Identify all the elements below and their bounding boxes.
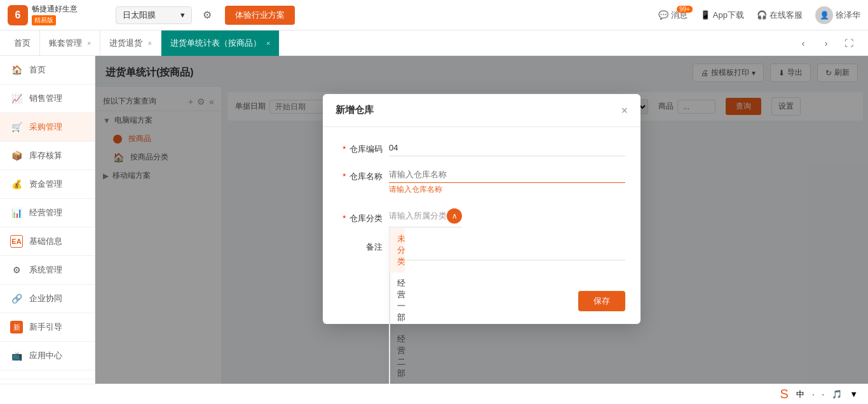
- brand-s-icon: S: [780, 387, 789, 401]
- save-button[interactable]: 保存: [578, 291, 625, 311]
- home-icon: 🏠: [10, 64, 23, 76]
- name-error-container: 请输入仓库名称: [338, 183, 625, 195]
- trial-button[interactable]: 体验行业方案: [225, 6, 295, 25]
- sidebar-item-label-sales: 销售管理: [29, 93, 62, 104]
- app-center-icon: 📺: [10, 349, 23, 362]
- logo-icon: 6: [8, 5, 28, 25]
- main-layout: 🏠 首页 📈 销售管理 🛒 采购管理 📦 库存核算 💰 资金管理 📊 经营管理 …: [0, 56, 868, 404]
- tab-account-management[interactable]: 账套管理 ×: [40, 30, 100, 56]
- sidebar-item-home[interactable]: 🏠 首页: [0, 56, 95, 84]
- dropdown-option-dept2[interactable]: 经营二部: [390, 328, 405, 384]
- form-label-name: 仓库名称: [338, 167, 389, 182]
- tab-purchase-stats[interactable]: 进货单统计表（按商品） ×: [161, 30, 280, 56]
- modal-close-button[interactable]: ×: [621, 105, 628, 116]
- form-row-code: 仓库编码: [338, 140, 625, 156]
- form-row-category-inner: 仓库分类 请输入所属分类 ∧: [338, 205, 462, 227]
- store-selector[interactable]: 日太阳膜 ▾: [116, 6, 192, 24]
- sidebar-item-label-basic-info: 基础信息: [29, 236, 62, 247]
- finance-icon: 💰: [10, 178, 23, 191]
- modal-title: 新增仓库: [336, 104, 374, 116]
- tab-purchase-return[interactable]: 进货退货 ×: [100, 30, 161, 56]
- sidebar-item-label-guide: 新手引导: [29, 321, 62, 333]
- form-row-category: 仓库分类 请输入所属分类 ∧ 未分类: [338, 205, 625, 227]
- sidebar-item-guide[interactable]: 新 新手引导: [0, 313, 95, 342]
- basic-info-icon: EA: [10, 235, 23, 248]
- store-name: 日太阳膜: [123, 10, 156, 21]
- tab-actions: ‹ › ⛶: [789, 34, 863, 52]
- logo-text: 畅捷通好生意: [32, 4, 78, 15]
- collaboration-icon: 🔗: [10, 292, 23, 305]
- tab-account-close-icon[interactable]: ×: [87, 39, 91, 47]
- category-dropdown-trigger[interactable]: 请输入所属分类 ∧: [389, 205, 462, 227]
- online-service-btn[interactable]: 🎧 在线客服: [757, 10, 803, 21]
- tab-account-label: 账套管理: [49, 37, 82, 49]
- status-bar: S 中 · · 🎵 ▼: [0, 384, 868, 404]
- status-music: 🎵: [832, 389, 842, 399]
- status-zh: 中: [796, 389, 804, 400]
- message-icon: 💬: [658, 10, 668, 20]
- sidebar-item-purchase[interactable]: 🛒 采购管理: [0, 113, 95, 142]
- tab-left-scroll-icon[interactable]: ‹: [794, 34, 812, 52]
- status-dot2: ·: [822, 389, 825, 399]
- sidebar-item-sales[interactable]: 📈 销售管理: [0, 84, 95, 113]
- headset-icon: 🎧: [757, 10, 767, 20]
- app-download-btn[interactable]: 📱 App下载: [700, 10, 744, 21]
- form-row-name: 仓库名称 请输入仓库名称: [338, 166, 625, 195]
- warehouse-note-input[interactable]: [389, 238, 625, 260]
- sidebar-item-label-home: 首页: [29, 64, 46, 76]
- warehouse-name-input[interactable]: [389, 166, 625, 183]
- sidebar-item-app-center[interactable]: 📺 应用中心: [0, 342, 95, 370]
- sidebar-item-label-inventory: 库存核算: [29, 150, 62, 161]
- inventory-icon: 📦: [10, 149, 23, 162]
- tab-purchase-stats-close-icon[interactable]: ×: [266, 39, 270, 47]
- tab-purchase-return-close-icon[interactable]: ×: [147, 39, 151, 47]
- sidebar-item-collaboration[interactable]: 🔗 企业协同: [0, 285, 95, 313]
- top-header: 6 畅捷通好生意 精易版 日太阳膜 ▾ ⚙ 体验行业方案 💬 消息 99+ 📱 …: [0, 0, 868, 30]
- tab-expand-icon[interactable]: ⛶: [840, 34, 858, 52]
- modal-new-warehouse: 新增仓库 × 仓库编码 仓库名称: [323, 94, 641, 324]
- dropdown-up-icon: ∧: [447, 208, 462, 224]
- dropdown-option-dept1[interactable]: 经营一部: [390, 273, 405, 328]
- sales-icon: 📈: [10, 92, 23, 105]
- tab-purchase-stats-label: 进货单统计表（按商品）: [170, 37, 261, 49]
- sidebar-item-inventory[interactable]: 📦 库存核算: [0, 142, 95, 170]
- form-label-code: 仓库编码: [338, 140, 389, 155]
- sidebar-item-label-finance: 资金管理: [29, 178, 62, 190]
- user-area[interactable]: 👤 徐泽华: [815, 6, 860, 24]
- sidebar-item-finance[interactable]: 💰 资金管理: [0, 170, 95, 199]
- tab-home[interactable]: 首页: [5, 30, 40, 56]
- form-label-note: 备注: [338, 238, 389, 253]
- logo-text-block: 畅捷通好生意 精易版: [32, 4, 78, 26]
- purchase-icon: 🛒: [10, 121, 23, 133]
- sidebar-item-label-purchase: 采购管理: [29, 121, 62, 133]
- system-icon: ⚙: [10, 264, 23, 276]
- phone-icon: 📱: [700, 10, 710, 20]
- tab-home-label: 首页: [14, 37, 31, 49]
- warehouse-code-input[interactable]: [389, 140, 625, 156]
- modal-footer: 保存: [323, 283, 641, 324]
- sidebar: 🏠 首页 📈 销售管理 🛒 采购管理 📦 库存核算 💰 资金管理 📊 经营管理 …: [0, 56, 95, 404]
- name-error-message: 请输入仓库名称: [389, 184, 625, 195]
- status-chevron: ▼: [850, 389, 858, 399]
- status-dot1: ·: [812, 389, 815, 399]
- sidebar-item-operations[interactable]: 📊 经营管理: [0, 199, 95, 227]
- messages-btn[interactable]: 💬 消息 99+: [658, 10, 688, 21]
- modal-overlay: 新增仓库 × 仓库编码 仓库名称: [95, 56, 868, 404]
- header-right: 💬 消息 99+ 📱 App下载 🎧 在线客服 👤 徐泽华: [658, 6, 860, 24]
- tab-bar: 首页 账套管理 × 进货退货 × 进货单统计表（按商品） × ‹ › ⛶: [0, 30, 868, 56]
- sidebar-item-system[interactable]: ⚙ 系统管理: [0, 256, 95, 285]
- category-placeholder: 请输入所属分类: [389, 210, 447, 222]
- messages-badge: 99+: [677, 6, 693, 13]
- app-download-label: App下载: [713, 10, 744, 21]
- form-row-name-inner: 仓库名称: [338, 166, 625, 183]
- settings-icon[interactable]: ⚙: [197, 5, 217, 25]
- chevron-down-icon: ▾: [180, 10, 185, 20]
- tab-right-scroll-icon[interactable]: ›: [817, 34, 835, 52]
- content-area: 进货单统计(按商品) 🖨 按模板打印 ▾ ⬇ 导出 ↻ 刷新: [95, 56, 868, 404]
- dropdown-option-unclassified[interactable]: 未分类: [390, 228, 405, 273]
- operations-icon: 📊: [10, 206, 23, 219]
- sidebar-item-basic-info[interactable]: EA 基础信息: [0, 227, 95, 256]
- avatar: 👤: [815, 6, 833, 24]
- modal-body: 仓库编码 仓库名称 请输入仓库名称: [323, 127, 641, 283]
- logo-badge: 精易版: [32, 15, 56, 25]
